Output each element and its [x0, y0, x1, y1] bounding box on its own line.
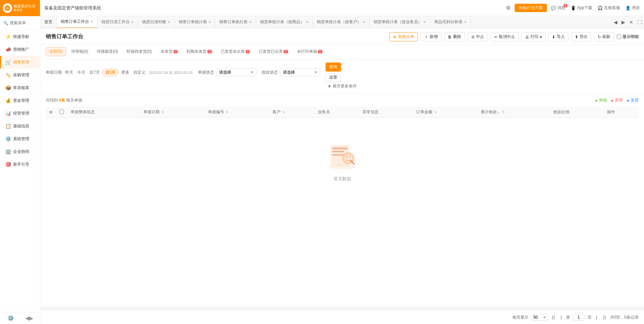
export-button[interactable]: ⬆ 导出 — [571, 32, 591, 41]
show-detail-checkbox[interactable] — [617, 35, 621, 39]
sidebar-item-marketing[interactable]: 📣 营销推广 — [0, 43, 40, 56]
sort-collected-icon[interactable]: ⇅ — [502, 110, 505, 114]
sort-customer-icon[interactable]: ⇅ — [282, 110, 285, 114]
search-menu-button[interactable]: 🔍 搜索菜单 — [2, 19, 38, 27]
sidebar-item-base-info[interactable]: 📋 基础信息 — [0, 120, 40, 132]
online-service-button[interactable]: 🎧 在线客服 — [598, 5, 620, 11]
per-page-select[interactable]: 50 10 20 100 — [531, 314, 548, 321]
cancel-stop-button[interactable]: ↩ 取消中止 — [490, 32, 519, 41]
settings-bottom-button[interactable]: ⚙️ — [3, 315, 19, 321]
app-download-button[interactable]: 📱 App下载 — [571, 5, 592, 11]
doc-status-select[interactable]: 请选择 — [216, 68, 256, 76]
filter-tab-shipped-out[interactable]: 已发货已出库0 — [255, 47, 292, 56]
close-tab-sales-stats-staff[interactable]: ✕ — [423, 20, 426, 24]
show-detail-checkbox-label[interactable]: 显示明细 — [617, 34, 639, 40]
sidebar-item-new-guide[interactable]: 🎯 新手引导 — [0, 158, 40, 171]
payment-status-select[interactable]: 请选择 — [280, 68, 320, 76]
tab-sales-stats-staff[interactable]: 销货单统计表（按业务员） ✕ — [370, 16, 430, 28]
tab-sales-stats-customer[interactable]: 销货单统计表（按客户） ✕ — [313, 16, 370, 28]
sidebar-item-system[interactable]: ⚙️ 系统管理 — [0, 132, 40, 145]
next-page-button[interactable]: ⟩ — [594, 314, 599, 321]
sort-number-icon[interactable]: ⇅ — [226, 110, 228, 114]
tab-scroll-left[interactable]: ◀ — [612, 16, 619, 28]
import-button[interactable]: ⬇ 导入 — [548, 32, 568, 41]
close-tab-product-margin[interactable]: ✕ — [464, 20, 467, 24]
ship-action-button[interactable]: ● 发货 — [627, 97, 639, 103]
system-name: 装备及固定资产辅助管理系统 — [44, 5, 502, 11]
close-tab-cash-daily[interactable]: ✕ — [131, 20, 134, 24]
date-btn-1month[interactable]: 近1月 — [102, 69, 119, 76]
refresh-button[interactable]: ↻ 刷新 — [594, 32, 614, 41]
tab-expand[interactable]: ⛶ — [635, 16, 644, 28]
filter-tab-not-printed[interactable]: 未打印单据0 — [293, 47, 326, 56]
sort-amount-icon[interactable]: ⇅ — [434, 110, 437, 114]
reject-action-button[interactable]: ● 弃审 — [611, 97, 623, 103]
tab-sales-order-exec[interactable]: 销售订单执行表 ✕ — [215, 16, 256, 28]
close-tab-sales-order-exec[interactable]: ✕ — [249, 20, 252, 24]
stop-button[interactable]: ⊘ 中止 — [468, 32, 488, 41]
smart-create-button[interactable]: ★ 智能生单 — [389, 32, 418, 41]
date-btn-custom[interactable]: 自定义 — [132, 69, 147, 76]
sidebar-item-operations[interactable]: 📊 经营管理 — [0, 107, 40, 120]
filter-tab-wangpu[interactable]: 旺铺待发货(0) — [123, 47, 156, 56]
column-settings-icon[interactable]: ⚙ — [49, 110, 53, 115]
sidebar-item-enterprise[interactable]: 🏢 企业协同 — [0, 145, 40, 158]
tab-scroll-right[interactable]: ▶ — [619, 16, 627, 28]
filter-tab-all[interactable]: 全部(0) — [46, 47, 66, 56]
page-title: 销售订单工作台 — [46, 33, 83, 40]
tab-cash-reconcile[interactable]: 钱货日清对账 ✕ — [138, 16, 175, 28]
sidebar-item-finance[interactable]: 💰 资金管理 — [0, 94, 40, 107]
close-tab-sales-stats-product[interactable]: ✕ — [306, 20, 308, 24]
tab-sales-order-stats[interactable]: 销售订单统计表 ✕ — [175, 16, 215, 28]
last-page-button[interactable]: ⟩⟩ — [601, 314, 607, 321]
delete-icon: 🗑 — [448, 35, 452, 39]
prev-page-button[interactable]: ⟨ — [559, 314, 563, 321]
first-page-button[interactable]: ⟨⟨ — [550, 314, 556, 321]
sort-date-icon[interactable]: ⇅ — [161, 110, 164, 114]
close-tab-sales-stats-customer[interactable]: ✕ — [362, 20, 365, 24]
tab-home[interactable]: 首页 — [40, 16, 57, 28]
print-button[interactable]: 🖨 打印 ▾ — [521, 32, 546, 41]
add-button[interactable]: ＋ 新增 — [421, 32, 441, 41]
experience-button[interactable]: 体验行业方案 — [515, 4, 547, 12]
date-btn-today[interactable]: 今天 — [76, 69, 87, 76]
total-records-info: 共0页，0条记录 — [610, 315, 639, 320]
message-button[interactable]: 💬 6 消息 — [551, 5, 565, 11]
horizontal-scrollbar[interactable] — [40, 306, 644, 310]
date-btn-yesterday[interactable]: 昨天 — [64, 69, 75, 76]
filter-tab-shipped-not-out[interactable]: 已发货未出库0 — [217, 47, 254, 56]
select-all-checkbox[interactable] — [59, 110, 64, 114]
query-button[interactable]: 查询 — [326, 63, 341, 72]
tab-product-margin[interactable]: 商品毛利分析表 ✕ — [430, 16, 471, 28]
filter-tab-pending-review[interactable]: 待审核(0) — [68, 47, 92, 56]
expand-icon: ▼ — [328, 84, 332, 89]
tab-sales-stats-product[interactable]: 销货单统计表（按商品） ✕ — [256, 16, 313, 28]
filter-tab-pending-check[interactable]: 待拣验货(0) — [93, 47, 122, 56]
page-header: 销售订单工作台 ★ 智能生单 ＋ 新增 🗑 删除 ⊘ 中止 — [40, 28, 644, 44]
user-button[interactable]: 👤 用友 — [626, 5, 640, 11]
page-number-input[interactable] — [573, 314, 585, 321]
col-salesperson: 业务员 — [314, 107, 359, 118]
gear-button[interactable]: ⚙ — [506, 5, 511, 11]
tab-sales-order-workbench[interactable]: 销售订单工作台 ✕ — [57, 16, 97, 28]
filter-tab-not-shipped[interactable]: 未发货0 — [157, 47, 182, 56]
close-tab-cash-reconcile[interactable]: ✕ — [168, 20, 170, 24]
sidebar-item-sales[interactable]: 🛒 销售管理 — [0, 56, 40, 69]
date-btn-more[interactable]: 更多 — [120, 69, 131, 76]
delete-button[interactable]: 🗑 删除 — [444, 32, 465, 41]
setting-button[interactable]: 设置 — [326, 73, 341, 82]
close-tab-sales-order-stats[interactable]: ✕ — [208, 20, 211, 24]
expand-btn[interactable]: ▼ 展开更多条件 — [328, 83, 357, 89]
sidebar-bottom: ⚙️ ◀▶ — [0, 312, 40, 324]
sidebar-item-inventory[interactable]: 📦 库存核算 — [0, 81, 40, 94]
filter-tab-expired-not-shipped[interactable]: 到期未发货0 — [183, 47, 216, 56]
close-tab-sales-order-workbench[interactable]: ✕ — [90, 20, 93, 24]
review-action-button[interactable]: ● 审核 — [595, 97, 607, 103]
date-btn-7days[interactable]: 近7天 — [88, 69, 101, 76]
collapse-button[interactable]: ◀▶ — [22, 315, 38, 321]
tab-cash-daily[interactable]: 钱货日清工作台 ✕ — [97, 16, 138, 28]
logo: 畅捷通好生意 标准版 — [0, 0, 40, 16]
sidebar-item-quick-nav[interactable]: ⚡ 快捷导航 — [0, 30, 40, 43]
sidebar-item-purchase[interactable]: 🏷️ 采购管理 — [0, 69, 40, 81]
tab-close-all[interactable]: ✕ — [627, 16, 635, 28]
